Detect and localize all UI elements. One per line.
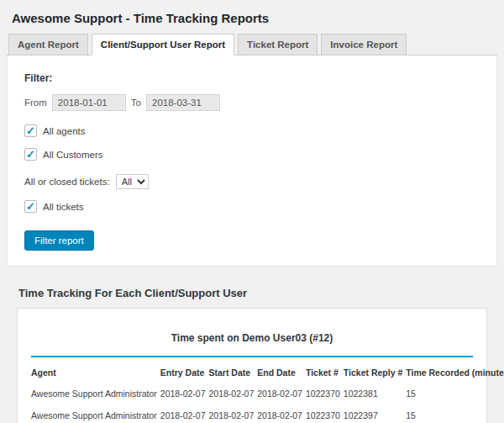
cell-agent: Awesome Support Administrator — [31, 404, 160, 423]
to-label: To — [131, 98, 141, 108]
cell-start-date: 2018-02-07 — [209, 383, 258, 404]
column-header-ticket-reply: Ticket Reply # — [344, 357, 406, 383]
cell-ticket: 1022370 — [306, 404, 344, 423]
table-row: Awesome Support Administrator 2018-02-07… — [31, 404, 504, 423]
column-header-ticket: Ticket # — [306, 357, 344, 383]
filter-label: Filter: — [24, 72, 480, 84]
filter-report-button[interactable]: Filter report — [24, 230, 94, 251]
column-header-agent: Agent — [31, 357, 160, 383]
table-header-row: Agent Entry Date Start Date End Date Tic… — [31, 357, 504, 383]
all-agents-checkbox[interactable] — [24, 124, 37, 137]
column-header-entry-date: Entry Date — [160, 357, 209, 383]
all-tickets-checkbox[interactable] — [24, 200, 37, 213]
date-range-row: From To — [24, 94, 480, 111]
cell-entry-date: 2018-02-07 — [160, 404, 209, 423]
column-header-end-date: End Date — [257, 357, 306, 383]
ticket-status-row: All or closed tickets: All — [24, 174, 480, 189]
all-customers-row: All Customers — [24, 148, 480, 161]
cell-time-recorded: 15 — [406, 404, 504, 423]
from-date-input[interactable] — [52, 94, 126, 111]
report-box: Time spent on Demo User03 (#12) Agent En… — [17, 308, 487, 423]
all-agents-row: All agents — [24, 124, 480, 137]
all-customers-label: All Customers — [43, 150, 103, 160]
all-tickets-row: All tickets — [24, 200, 480, 213]
tab-agent-report[interactable]: Agent Report — [8, 34, 88, 56]
column-header-time-recorded: Time Recorded (minutes) — [406, 357, 504, 383]
all-tickets-label: All tickets — [43, 202, 84, 212]
cell-ticket: 1022370 — [306, 383, 344, 404]
to-date-input[interactable] — [146, 94, 220, 111]
report-tabs: Agent Report Client/Support User Report … — [7, 34, 497, 56]
time-tracking-table: Agent Entry Date Start Date End Date Tic… — [31, 357, 504, 423]
cell-start-date: 2018-02-07 — [209, 404, 258, 423]
ticket-status-label: All or closed tickets: — [24, 177, 110, 187]
cell-end-date: 2018-02-07 — [257, 383, 306, 404]
all-agents-label: All agents — [43, 126, 86, 136]
tab-ticket-report[interactable]: Ticket Report — [238, 34, 318, 56]
from-label: From — [24, 98, 47, 108]
report-table-title: Time spent on Demo User03 (#12) — [31, 332, 473, 356]
filter-panel: Filter: From To All agents All Customers… — [7, 56, 497, 267]
table-row: Awesome Support Administrator 2018-02-07… — [31, 383, 504, 404]
all-customers-checkbox[interactable] — [24, 148, 37, 161]
cell-agent: Awesome Support Administrator — [31, 383, 160, 404]
tab-client-support-user-report[interactable]: Client/Support User Report — [92, 34, 234, 56]
cell-ticket-reply: 1022397 — [344, 404, 406, 423]
cell-ticket-reply: 1022381 — [344, 383, 406, 404]
ticket-status-select[interactable]: All — [116, 174, 149, 189]
cell-time-recorded: 15 — [406, 383, 504, 404]
cell-end-date: 2018-02-07 — [257, 404, 306, 423]
column-header-start-date: Start Date — [209, 357, 258, 383]
cell-entry-date: 2018-02-07 — [160, 383, 209, 404]
page-title: Awesome Support - Time Tracking Reports — [0, 0, 504, 34]
report-heading: Time Tracking For Each Client/Support Us… — [18, 287, 486, 299]
tab-invoice-report[interactable]: Invoice Report — [321, 34, 407, 56]
